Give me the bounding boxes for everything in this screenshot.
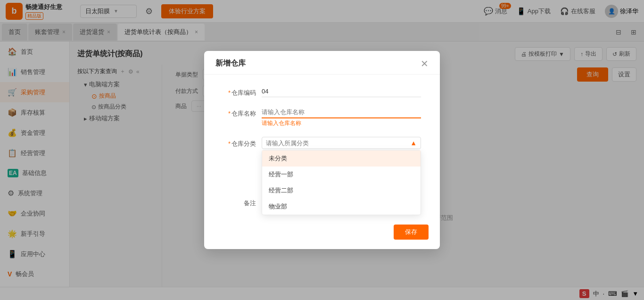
category-input-wrap[interactable]: ▲ xyxy=(262,137,421,149)
required-star: * xyxy=(228,89,231,96)
dropdown-item-dept2[interactable]: 经营二部 xyxy=(262,183,421,199)
category-input[interactable] xyxy=(266,140,410,147)
warehouse-code-input[interactable] xyxy=(262,86,421,97)
warehouse-category-field: *仓库分类 ▲ 未分类 经营一部 经营二部 物业部 xyxy=(223,137,421,149)
warehouse-category-label: *仓库分类 xyxy=(223,137,256,148)
modal-title: 新增仓库 xyxy=(215,58,246,68)
save-button[interactable]: 保存 xyxy=(394,225,429,240)
warehouse-name-wrapper: 请输入仓库名称 xyxy=(262,107,421,127)
warehouse-code-field: *仓库编码 xyxy=(223,86,421,97)
category-dropdown: 未分类 经营一部 经营二部 物业部 xyxy=(262,150,421,215)
warehouse-code-wrapper xyxy=(262,86,421,97)
modal-new-warehouse: 新增仓库 ✕ *仓库编码 *仓库名称 请输入仓库名称 xyxy=(204,51,440,249)
modal-overlay: 新增仓库 ✕ *仓库编码 *仓库名称 请输入仓库名称 xyxy=(0,0,644,300)
category-toggle-icon[interactable]: ▲ xyxy=(410,139,417,147)
warehouse-name-label: *仓库名称 xyxy=(223,107,256,118)
warehouse-code-label: *仓库编码 xyxy=(223,86,256,97)
dropdown-item-dept1[interactable]: 经营一部 xyxy=(262,167,421,183)
dropdown-item-dept3[interactable]: 物业部 xyxy=(262,199,421,215)
warehouse-category-wrapper: ▲ 未分类 经营一部 经营二部 物业部 xyxy=(262,137,421,149)
warehouse-name-input[interactable] xyxy=(262,107,421,118)
modal-footer: 保存 xyxy=(204,219,440,249)
modal-body: *仓库编码 *仓库名称 请输入仓库名称 *仓库分类 xyxy=(204,75,440,219)
warehouse-name-field: *仓库名称 请输入仓库名称 xyxy=(223,107,421,127)
modal-close-icon[interactable]: ✕ xyxy=(421,59,429,68)
modal-header: 新增仓库 ✕ xyxy=(204,51,440,75)
dropdown-item-uncategorized[interactable]: 未分类 xyxy=(262,150,421,167)
warehouse-name-error: 请输入仓库名称 xyxy=(262,119,421,127)
remark-label: 备注 xyxy=(223,196,256,208)
